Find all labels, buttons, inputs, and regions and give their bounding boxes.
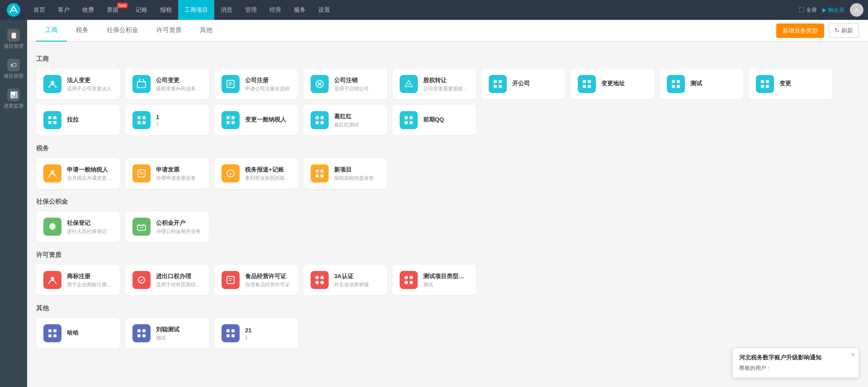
svg-rect-39 [316, 116, 319, 119]
fullscreen-icon: ⛶ [799, 7, 804, 13]
nav-industry[interactable]: 工商项目 [178, 0, 214, 20]
nav-settings[interactable]: 设置 [312, 0, 336, 20]
sidebar-item-progress[interactable]: 📊 进度监测 [0, 84, 27, 114]
card-icon [222, 324, 240, 342]
nav-billing[interactable]: 收费 [76, 0, 100, 20]
card-desc: 测试 [156, 335, 202, 341]
card-info: 3A认证对企业信誉评级 [334, 272, 380, 288]
card-info: 葛红红葛红红测试 [334, 112, 380, 128]
list-item[interactable]: 前期QQ [392, 105, 476, 135]
card-desc: 1 [245, 335, 291, 340]
nav-message[interactable]: 消息 [214, 0, 239, 20]
list-item[interactable]: 刘聪测试测试 [125, 318, 209, 349]
nav-customer[interactable]: 客户 [52, 0, 76, 20]
card-desc: 办理申请发票业务 [156, 175, 202, 182]
list-item[interactable]: 公司注销适用于注销公司 [303, 69, 387, 99]
tab-gongshang[interactable]: 工商 [36, 20, 67, 42]
tab-xuke[interactable]: 许可资质 [147, 20, 191, 42]
card-icon [43, 164, 61, 182]
card-icon [222, 111, 240, 129]
tab-qita[interactable]: 其他 [191, 20, 222, 42]
app-logo[interactable] [5, 1, 23, 19]
list-item[interactable]: 公司注册申请公司注册全流程 [214, 69, 298, 99]
svg-rect-27 [48, 116, 52, 119]
card-info: 测试 [690, 79, 736, 89]
list-item[interactable]: 变更 [749, 69, 832, 99]
card-title: 1 [156, 114, 202, 121]
card-info: 公积金开户办理公积金相关业务 [156, 219, 202, 235]
card-desc: 测试 [423, 281, 469, 288]
svg-rect-66 [316, 276, 319, 279]
list-item[interactable]: 商标注册用于企业商标注册服务 [36, 265, 120, 295]
list-item[interactable]: 11 [125, 105, 209, 135]
list-item[interactable]: 食品经营许可证办理食品经营许可证 [214, 265, 298, 295]
card-info: 公司注销适用于注销公司 [334, 76, 380, 92]
card-title: 开公司 [512, 79, 558, 88]
card-title: 刘聪测试 [156, 326, 202, 334]
card-title: 公司变更 [156, 76, 202, 84]
list-item[interactable]: 社保登记进行人员社保登记 [36, 211, 120, 242]
list-item[interactable]: 葛红红葛红红测试 [303, 105, 387, 135]
card-icon [132, 324, 151, 342]
section-title-shuiwu: 税务 [36, 145, 859, 153]
list-item[interactable]: 测试项目类型自定义测试 [392, 265, 476, 295]
card-info: 哈哈 [67, 329, 113, 338]
list-item[interactable]: ¥税务报道+记账拿到营业执照的新公司 [214, 158, 298, 189]
svg-rect-78 [137, 329, 141, 332]
nav-service[interactable]: 服务 [288, 0, 312, 20]
notification-content: 尊敬的用户： [739, 364, 852, 372]
svg-rect-23 [761, 80, 764, 83]
refresh-button[interactable]: ↻ 刷新 [829, 23, 859, 38]
card-title: 公司注册 [245, 76, 291, 84]
svg-rect-43 [405, 116, 408, 119]
nav-tax[interactable]: 报税 [154, 0, 178, 20]
list-item[interactable]: 进出口权办理适用于对外贸易经营者 [125, 265, 209, 295]
card-icon [43, 218, 61, 236]
svg-rect-44 [410, 116, 413, 119]
sidebar-item-project-manage[interactable]: 📋 项目管理 [0, 24, 27, 54]
nav-ticket[interactable]: 票据 new [100, 0, 129, 20]
nav-home[interactable]: 首页 [27, 0, 52, 20]
card-icon [400, 111, 418, 129]
add-type-button[interactable]: 新增业务类型 [776, 23, 824, 38]
svg-rect-55 [316, 174, 319, 177]
svg-rect-36 [231, 116, 235, 119]
svg-point-61 [51, 277, 54, 280]
card-info: 申请发票办理申请发票业务 [156, 166, 202, 182]
card-info: 申请一般纳税人当月或次月成变更完成 [67, 166, 113, 182]
list-item[interactable]: 3A认证对企业信誉评级 [303, 265, 387, 295]
svg-rect-30 [53, 121, 57, 124]
sidebar-item-project-type[interactable]: 🏷 项目类型 [0, 54, 27, 84]
list-item[interactable]: 哈哈 [36, 318, 120, 349]
list-item[interactable]: 新项目报税加税控盘保管 [303, 158, 387, 189]
list-item[interactable]: 股权转让公司变更需要股权转让 [392, 69, 476, 99]
list-item[interactable]: 法人变更适用于公司变更法人 [36, 69, 120, 99]
card-info: 测试项目类型自定义测试 [423, 272, 469, 288]
tab-shebao[interactable]: 社保公积金 [98, 20, 147, 42]
list-item[interactable]: 拉拉 [36, 105, 120, 135]
list-item[interactable]: 变更地址 [571, 69, 654, 99]
nav-manage[interactable]: 管理 [239, 0, 263, 20]
list-item[interactable]: 申请发票办理申请发票业务 [125, 158, 209, 189]
list-item[interactable]: 测试 [660, 69, 743, 99]
list-item[interactable]: 公司变更股权变更外的业务变更 [125, 69, 209, 99]
list-item[interactable]: 公积金开户办理公积金相关业务 [125, 211, 209, 242]
card-info: 食品经营许可证办理食品经营许可证 [245, 272, 291, 288]
avatar[interactable]: A [850, 3, 863, 17]
svg-rect-25 [761, 85, 764, 88]
tab-shuiwu[interactable]: 税务 [67, 20, 98, 42]
list-item[interactable]: 211 [214, 318, 298, 349]
card-desc: 进行人员社保登记 [67, 228, 113, 235]
svg-rect-76 [48, 334, 52, 337]
list-item[interactable]: 申请一般纳税人当月或次月成变更完成 [36, 158, 120, 189]
notification-close-button[interactable]: × [851, 351, 855, 358]
list-item[interactable]: 变更一般纳税人 [214, 105, 298, 135]
member-button[interactable]: ▶ 畅会员 [822, 6, 844, 14]
fullscreen-button[interactable]: ⛶ 全屏 [799, 6, 817, 14]
nav-bookkeeping[interactable]: 记账 [129, 0, 154, 20]
nav-right: ⛶ 全屏 ▶ 畅会员 A [799, 3, 863, 17]
card-title: 测试项目类型自定义 [423, 272, 469, 280]
list-item[interactable]: 开公司 [481, 69, 565, 99]
nav-operation[interactable]: 经营 [263, 0, 288, 20]
svg-rect-54 [321, 169, 324, 173]
